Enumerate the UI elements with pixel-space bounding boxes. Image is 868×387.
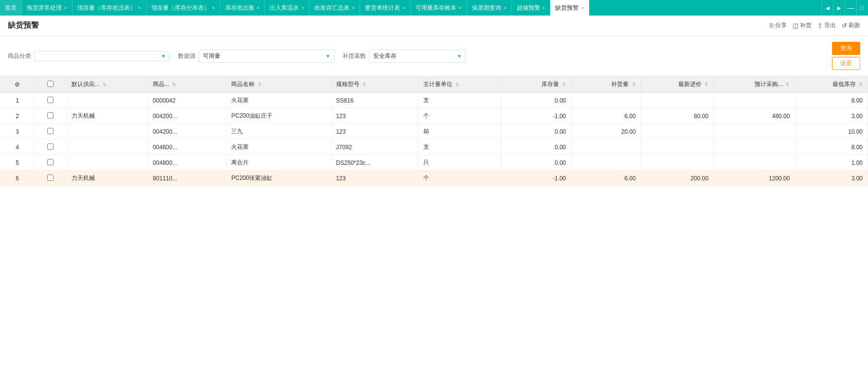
datasource-label: 数据源 (178, 52, 196, 60)
header-checkbox[interactable] (47, 81, 54, 87)
table-header-row: ⚙ 默认供应... ⇅ 商品... ⇅ 商品名称 ⇅ (0, 76, 868, 93)
cell-checkbox[interactable] (35, 124, 67, 140)
cell-checkbox[interactable] (35, 171, 67, 186)
tab-next-button[interactable]: ▶ (833, 0, 845, 16)
cell-product-name: PC200油缸庄子 (226, 108, 331, 124)
gear-icon[interactable]: ⚙ (15, 81, 20, 88)
tab-close-overstock[interactable]: × (542, 5, 545, 11)
query-button[interactable]: 查询 (832, 42, 860, 55)
row-checkbox[interactable] (47, 175, 54, 181)
cell-product-code: 004200... (148, 108, 226, 124)
tab-demand[interactable]: 要货单统计表 × (360, 0, 411, 16)
cell-latest-price (641, 155, 713, 171)
cell-supplier (66, 140, 147, 155)
row-checkbox[interactable] (47, 128, 54, 134)
cell-product-code: 004200... (148, 124, 226, 140)
table-body: 1 0000042 火花塞 SS816 支 0.00 8.00 2 力天机械 0… (0, 93, 868, 186)
tab-prev-button[interactable]: ◀ (821, 0, 833, 16)
cell-spec: 123 (331, 108, 418, 124)
tab-close-inout[interactable]: × (301, 5, 304, 11)
cell-min-stock: 8.00 (795, 140, 868, 155)
cell-purchase (714, 140, 795, 155)
cell-checkbox[interactable] (35, 93, 67, 108)
tab-close-inventory-status[interactable]: × (138, 5, 141, 11)
tab-close-expiry[interactable]: × (504, 5, 506, 11)
tab-home[interactable]: 首页 (0, 0, 22, 16)
spec-sort-icon: ⇅ (362, 82, 366, 87)
row-checkbox[interactable] (47, 159, 54, 165)
tab-maximize-button[interactable]: □ (856, 0, 868, 16)
cell-checkbox[interactable] (35, 108, 67, 124)
tab-inventory-dist[interactable]: 现存量（库存分布表） × (146, 0, 220, 16)
cell-replenish (571, 140, 641, 155)
row-checkbox[interactable] (47, 143, 54, 150)
col-header-replenish[interactable]: 补货量 ⇅ (571, 76, 641, 93)
col-header-unit[interactable]: 主计量单位 ⇅ (418, 76, 501, 93)
share-button[interactable]: ⎘ 分享 (770, 21, 787, 30)
row-checkbox[interactable] (47, 97, 54, 103)
col-header-stock[interactable]: 库存量 ⇅ (501, 76, 571, 93)
cell-unit: 支 (418, 93, 501, 108)
export-button[interactable]: ⇧ 导出 (817, 21, 836, 30)
category-select[interactable]: ▼ (34, 51, 170, 61)
tab-minimize-button[interactable]: — (845, 0, 856, 16)
refresh-button[interactable]: ↺ 刷新 (842, 21, 860, 30)
cell-min-stock: 3.00 (795, 171, 868, 186)
col-header-checkbox[interactable] (35, 76, 67, 93)
tab-collect[interactable]: 收发存汇总表 × (309, 0, 360, 16)
cell-latest-price (641, 140, 713, 155)
replenish-basis-select-value: 安全库存 (373, 52, 397, 60)
tab-batch[interactable]: 库存批次账 × (220, 0, 265, 16)
cell-latest-price (641, 93, 713, 108)
replenish-sort-icon: ⇅ (632, 82, 636, 87)
tab-close-inventory-dist[interactable]: × (212, 5, 215, 11)
col-header-latest-price[interactable]: 最新进价 ⇅ (641, 76, 713, 93)
col-header-min-stock[interactable]: 最低库存 ⇅ (795, 76, 868, 93)
cell-checkbox[interactable] (35, 155, 67, 171)
latest-price-sort-icon: ⇅ (705, 82, 708, 87)
cell-product-name: 三九 (226, 124, 331, 140)
tab-exception[interactable]: 拣货异常处理 × (22, 0, 72, 16)
tab-shortage[interactable]: 缺货预警 × (550, 0, 589, 16)
cell-replenish: 6.00 (571, 171, 641, 186)
tab-close-batch[interactable]: × (257, 5, 260, 11)
cell-spec: 123 (331, 171, 418, 186)
col-header-purchase[interactable]: 预计采购... ⇅ (714, 76, 795, 93)
col-header-product-code[interactable]: 商品... ⇅ (148, 76, 226, 93)
col-gear[interactable]: ⚙ (0, 76, 35, 93)
stock-sort-icon: ⇅ (562, 82, 566, 87)
product-name-sort-icon: ⇅ (258, 82, 262, 87)
cell-index: 5 (0, 155, 35, 171)
cell-checkbox[interactable] (35, 140, 67, 155)
tab-inventory-status[interactable]: 现存量（库存状况表） × (72, 0, 146, 16)
data-table: ⚙ 默认供应... ⇅ 商品... ⇅ 商品名称 ⇅ (0, 76, 868, 186)
col-header-spec[interactable]: 规格型号 ⇅ (331, 76, 418, 93)
export-icon: ⇧ (817, 22, 823, 29)
cell-index: 1 (0, 93, 35, 108)
tab-close-shortage[interactable]: × (581, 5, 584, 11)
purchase-sort-icon: ⇅ (786, 82, 790, 87)
tab-close-demand[interactable]: × (402, 5, 405, 11)
cell-index: 2 (0, 108, 35, 124)
col-header-supplier[interactable]: 默认供应... ⇅ (66, 76, 147, 93)
cell-latest-price: 80.00 (641, 108, 713, 124)
tab-available[interactable]: 可用量库存账本 × (411, 0, 467, 16)
replenish-basis-filter-group: 补货基数 安全库存 ▼ (343, 50, 466, 63)
cell-min-stock: 3.00 (795, 108, 868, 124)
replenish-button[interactable]: ◫ 补货 (793, 21, 812, 30)
tab-close-collect[interactable]: × (352, 5, 355, 11)
cell-stock: 0.00 (501, 155, 571, 171)
col-header-product-name[interactable]: 商品名称 ⇅ (226, 76, 331, 93)
datasource-select[interactable]: 可用量 ▼ (199, 50, 335, 63)
replenish-basis-select[interactable]: 安全库存 ▼ (369, 50, 466, 63)
tab-overstock[interactable]: 超储预警 × (512, 0, 551, 16)
unit-sort-icon: ⇅ (455, 82, 459, 87)
tab-expiry[interactable]: 保质期查询 × (467, 0, 512, 16)
row-checkbox[interactable] (47, 112, 54, 119)
replenish-basis-label: 补货基数 (343, 52, 366, 60)
tab-inout[interactable]: 出入库流水 × (265, 0, 309, 16)
table-row: 5 004800... 离合片 DS250*23c... 只 0.00 1.00 (0, 155, 868, 171)
tab-close-exception[interactable]: × (64, 5, 67, 11)
tab-close-available[interactable]: × (459, 5, 462, 11)
settings-button[interactable]: 设置 (832, 57, 860, 70)
